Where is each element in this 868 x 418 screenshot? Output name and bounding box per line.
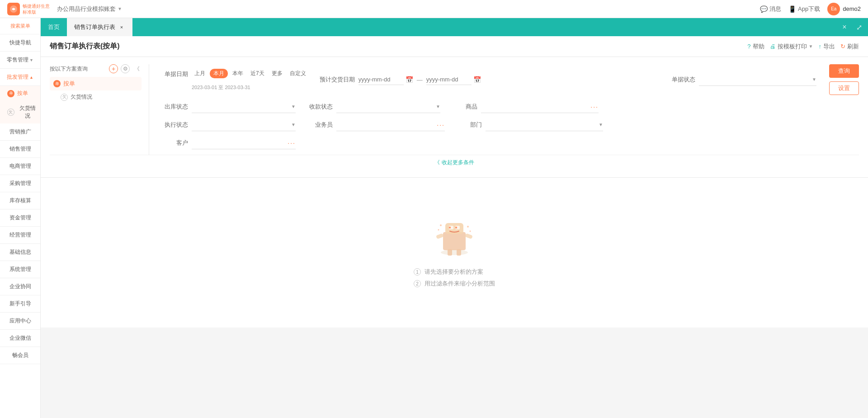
print-icon: 🖨 bbox=[770, 43, 776, 50]
refresh-button[interactable]: ↻ 刷新 bbox=[840, 43, 859, 51]
settings-button[interactable]: 设置 bbox=[829, 81, 859, 95]
sidebar-item-wechat[interactable]: 企业微信 bbox=[0, 330, 40, 347]
warehouse-chevron-icon: ▼ bbox=[291, 104, 296, 109]
svg-point-12 bbox=[440, 224, 442, 226]
calendar-icon-start[interactable]: 📅 bbox=[406, 76, 413, 83]
date-tab-this-month[interactable]: 本月 bbox=[210, 69, 228, 78]
collapse-row: 《 收起更多条件 bbox=[50, 155, 859, 170]
export-label: 导出 bbox=[823, 43, 835, 51]
sidebar-item-quick-nav[interactable]: 快捷导航 bbox=[0, 34, 40, 52]
expected-date-end-input[interactable] bbox=[426, 74, 472, 85]
step-1-text: 请先选择要分析的方案 bbox=[425, 268, 483, 276]
print-button[interactable]: 🖨 按模板打印 ▼ bbox=[770, 43, 813, 51]
export-icon: ↑ bbox=[819, 43, 822, 50]
filter-scheme-debt[interactable]: 欠 欠货情况 bbox=[50, 90, 142, 104]
warehouse-select[interactable]: ▼ bbox=[192, 100, 296, 113]
sidebar-item-app-center[interactable]: 应用中心 bbox=[0, 313, 40, 330]
customer-more-icon[interactable]: ··· bbox=[288, 139, 296, 147]
payment-label: 收款状态 bbox=[301, 103, 333, 111]
date-tab-more[interactable]: 更多 bbox=[269, 69, 285, 78]
sidebar-item-ecommerce[interactable]: 电商管理 bbox=[0, 158, 40, 175]
payment-select[interactable]: ▼ bbox=[336, 100, 440, 113]
ecommerce-label: 电商管理 bbox=[9, 163, 31, 169]
date-tab-7-days[interactable]: 近7天 bbox=[248, 69, 267, 78]
tab-sales-order[interactable]: 销售订单执行表 × bbox=[67, 18, 132, 36]
filter-status-field: 单据状态 ▼ bbox=[664, 73, 816, 86]
debt-icon: 欠 bbox=[7, 109, 14, 116]
filter-collapse-button[interactable]: 《 bbox=[132, 64, 142, 73]
help-button[interactable]: ? 帮助 bbox=[747, 43, 764, 51]
sidebar-item-basic-info[interactable]: 基础信息 bbox=[0, 244, 40, 261]
svg-rect-10 bbox=[448, 249, 452, 256]
tab-home[interactable]: 首页 bbox=[41, 18, 67, 36]
sidebar-item-finance[interactable]: 资金管理 bbox=[0, 209, 40, 227]
app-download-label: App下载 bbox=[798, 5, 820, 13]
sidebar-item-sales[interactable]: 销售管理 bbox=[0, 141, 40, 158]
expected-date-label: 预计交货日期 bbox=[314, 76, 355, 84]
sidebar-item-system[interactable]: 系统管理 bbox=[0, 261, 40, 278]
tab-close-icon[interactable]: × bbox=[118, 24, 125, 31]
logo-text: 畅捷通好生意 标准版 bbox=[23, 3, 50, 15]
filter-row-1: 单据日期 上月 本月 本年 近7天 更多 自定义 bbox=[156, 64, 859, 95]
export-button[interactable]: ↑ 导出 bbox=[819, 43, 835, 51]
app-download-button[interactable]: 📱 App下载 bbox=[788, 5, 820, 13]
debt-scheme-label: 欠货情况 bbox=[71, 93, 92, 101]
newbie-label: 新手引导 bbox=[9, 300, 31, 307]
exec-field: 执行状态 ▼ bbox=[156, 119, 296, 131]
filter-date-field: 单据日期 上月 本月 本年 近7天 更多 自定义 bbox=[156, 69, 309, 91]
zero-sale-label: 零售管理 bbox=[7, 56, 28, 64]
empty-step-2: 2 用过滤条件来缩小分析范围 bbox=[414, 280, 495, 288]
sales-order-tab-label: 销售订单执行表 bbox=[74, 23, 115, 31]
filter-settings-icon-button[interactable]: ⚙ bbox=[121, 64, 130, 73]
sidebar-item-marketing[interactable]: 营销推广 bbox=[0, 124, 40, 141]
date-tab-custom[interactable]: 自定义 bbox=[287, 69, 309, 78]
expected-date-start-input[interactable] bbox=[359, 74, 404, 85]
window-maximize-button[interactable]: ⤢ bbox=[854, 22, 864, 33]
operations-label: 经营管理 bbox=[9, 232, 31, 238]
content-area: 首页 销售订单执行表 × × ⤢ 销售订单执行表(按单) bbox=[41, 18, 868, 418]
user-menu[interactable]: Ea demo2 bbox=[827, 3, 861, 15]
logo-icon bbox=[7, 3, 20, 15]
sidebar-item-member[interactable]: 畅会员 bbox=[0, 347, 40, 364]
date-tab-this-year[interactable]: 本年 bbox=[230, 69, 246, 78]
date-range-text: 2023-03-01 至 2023-03-31 bbox=[192, 85, 250, 90]
sidebar-item-operations[interactable]: 经营管理 bbox=[0, 227, 40, 244]
sidebar-item-newbie[interactable]: 新手引导 bbox=[0, 295, 40, 313]
sidebar-search[interactable]: 搜索菜单 bbox=[0, 18, 40, 34]
salesperson-input[interactable]: ··· bbox=[336, 119, 445, 131]
goods-more-icon[interactable]: ··· bbox=[590, 103, 599, 110]
sidebar-item-wholesale[interactable]: 批发管理 ▲ bbox=[0, 69, 40, 86]
status-select[interactable]: ▼ bbox=[699, 73, 816, 86]
date-tab-last-month[interactable]: 上月 bbox=[192, 69, 208, 78]
collapse-label: 收起更多条件 bbox=[442, 159, 474, 166]
filter-scheme-press-single[interactable]: 单 按单 bbox=[50, 77, 142, 90]
filter-area: 按以下方案查询 + ⚙ 《 单 按单 bbox=[41, 57, 868, 178]
submenu-item-debt[interactable]: 欠 欠货情况 bbox=[0, 101, 40, 124]
collapse-button[interactable]: 《 收起更多条件 bbox=[434, 159, 474, 166]
filter-row-2: 出库状态 ▼ 收款状态 bbox=[156, 100, 859, 113]
status-label: 单据状态 bbox=[664, 76, 695, 84]
customer-label: 客户 bbox=[156, 139, 188, 147]
sidebar-item-inventory[interactable]: 库存核算 bbox=[0, 192, 40, 209]
message-button[interactable]: 💬 消息 bbox=[760, 5, 781, 13]
submenu-item-press-single[interactable]: 单 按单 bbox=[0, 86, 40, 101]
sidebar-item-enterprise[interactable]: 企业协同 bbox=[0, 278, 40, 295]
print-chevron-icon: ▼ bbox=[809, 44, 813, 49]
sidebar-item-purchase[interactable]: 采购管理 bbox=[0, 175, 40, 192]
breadcrumb[interactable]: 办公用品行业模拟账套 ▼ bbox=[57, 5, 122, 13]
goods-input[interactable]: ··· bbox=[481, 100, 599, 113]
filter-row-4: 客户 ··· bbox=[156, 137, 859, 149]
dept-select[interactable]: ▼ bbox=[486, 119, 603, 131]
calendar-icon-end[interactable]: 📅 bbox=[473, 76, 481, 83]
query-button[interactable]: 查询 bbox=[829, 64, 859, 78]
goods-field: 商品 ··· bbox=[446, 100, 599, 113]
salesperson-more-icon[interactable]: ··· bbox=[437, 121, 445, 128]
exec-select[interactable]: ▼ bbox=[192, 119, 296, 131]
sidebar-item-zero-sale[interactable]: 零售管理 ▼ bbox=[0, 52, 40, 69]
window-close-button[interactable]: × bbox=[839, 22, 850, 33]
sidebar: 搜索菜单 快捷导航 零售管理 ▼ 批发管理 ▲ 单 按单 欠 bbox=[0, 18, 41, 418]
page-content: 销售订单执行表(按单) ? 帮助 🖨 按模板打印 ▼ ↑ bbox=[41, 36, 868, 418]
customer-input[interactable]: ··· bbox=[192, 137, 296, 149]
filter-add-button[interactable]: + bbox=[109, 64, 118, 73]
refresh-icon: ↻ bbox=[840, 43, 845, 50]
